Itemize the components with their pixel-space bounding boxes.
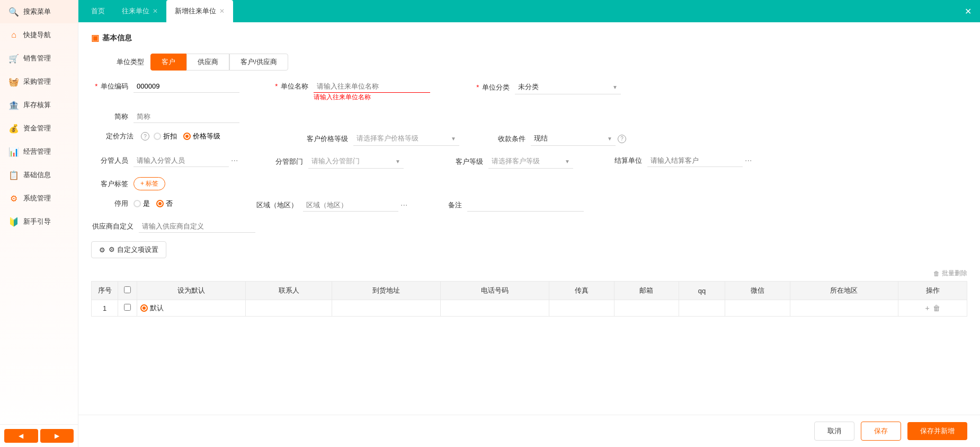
cell-default: 默认 <box>137 300 246 317</box>
content-area: ▣ 基本信息 单位类型 客户 供应商 客户/供应商 * 单位编码 * <box>78 22 980 415</box>
section-title: ▣ 基本信息 <box>91 33 967 43</box>
sidebar-item-purchase[interactable]: 🧺 采购管理 <box>0 70 78 93</box>
row-add-btn[interactable]: + <box>925 304 930 312</box>
tabbar-close-all[interactable]: ✕ <box>960 6 976 16</box>
add-tag-button[interactable]: + 标签 <box>133 177 165 190</box>
row-delete-btn[interactable]: 🗑 <box>933 304 940 312</box>
supplier-custom-input[interactable] <box>139 220 255 233</box>
form-row-6: 停用 是 否 区域（地区） ··· <box>91 199 967 212</box>
cancel-button[interactable]: 取消 <box>814 422 854 441</box>
tab-new-partner[interactable]: 新增往来单位 ✕ <box>166 0 233 22</box>
cell-phone <box>441 300 549 317</box>
col-ops: 操作 <box>898 282 967 300</box>
disabled-radio-group: 是 否 <box>133 199 173 208</box>
field-customer-level: 客户等级 请选择客户等级 ▼ <box>451 154 610 169</box>
sidebar-item-finance[interactable]: 💰 资金管理 <box>0 117 78 140</box>
sidebar-item-search[interactable]: 🔍 搜索菜单 <box>0 0 78 23</box>
cell-contact <box>245 300 332 317</box>
manager-more[interactable]: ··· <box>231 156 238 165</box>
manager-input[interactable] <box>133 154 229 167</box>
payment-terms-select[interactable]: 现结 ▼ <box>531 132 616 146</box>
customer-price-level-arrow: ▼ <box>451 136 456 142</box>
unit-code-input[interactable] <box>133 80 239 93</box>
cell-seq: 1 <box>92 300 118 317</box>
field-region: 区域（地区） ··· <box>250 199 441 212</box>
sidebar-item-basic[interactable]: 📋 基础信息 <box>0 163 78 187</box>
disabled-radio-yes[interactable]: 是 <box>133 199 150 208</box>
unit-name-error: 请输入往来单位名称 <box>314 93 371 101</box>
sidebar-bottom: ◀ ▶ <box>0 424 78 447</box>
operations-icon: 📊 <box>8 146 19 157</box>
sidebar: 🔍 搜索菜单 ⌂ 快捷导航 🛒 销售管理 🧺 采购管理 🏦 库存核算 💰 资金管… <box>0 0 78 447</box>
pricing-radio-level-circle <box>183 133 191 140</box>
disabled-radio-no[interactable]: 否 <box>156 199 173 208</box>
field-payment-terms: 收款条件 现结 ▼ ? <box>488 132 674 146</box>
tab-partners[interactable]: 往来单位 ✕ <box>113 0 166 22</box>
pricing-radio-discount[interactable]: 折扣 <box>154 132 177 141</box>
unit-type-both[interactable]: 客户/供应商 <box>229 54 288 71</box>
remark-input[interactable] <box>467 199 584 212</box>
delete-icon: 🗑 <box>933 270 940 277</box>
save-button[interactable]: 保存 <box>861 422 901 441</box>
customer-price-level-select[interactable]: 请选择客户价格等级 ▼ <box>353 132 459 146</box>
short-name-input[interactable] <box>133 110 239 123</box>
sidebar-next-btn[interactable]: ▶ <box>40 429 74 443</box>
system-icon: ⚙ <box>8 193 19 204</box>
field-department: 分管部门 请输入分管部门 ▼ <box>271 154 451 169</box>
sidebar-item-operations[interactable]: 📊 经营管理 <box>0 140 78 163</box>
col-fax: 传真 <box>549 282 614 300</box>
col-address: 到货地址 <box>332 282 441 300</box>
customer-level-select[interactable]: 请选择客户等级 ▼ <box>488 154 573 169</box>
disabled-no-circle <box>156 200 164 207</box>
settlement-unit-input[interactable] <box>647 154 743 167</box>
sidebar-item-quicknav[interactable]: ⌂ 快捷导航 <box>0 23 78 47</box>
unit-type-supplier[interactable]: 供应商 <box>186 54 229 71</box>
department-select[interactable]: 请输入分管部门 ▼ <box>308 154 404 169</box>
region-more[interactable]: ··· <box>400 200 407 210</box>
batch-delete-btn[interactable]: 🗑 批量删除 <box>933 269 967 278</box>
col-region: 所在地区 <box>790 282 898 300</box>
payment-terms-arrow: ▼ <box>607 136 612 142</box>
contact-table: 序号 设为默认 联系人 到货地址 电话号码 传真 邮箱 qq 微信 所在地区 <box>91 281 967 317</box>
unit-category-arrow: ▼ <box>612 84 618 90</box>
form-row-1: * 单位编码 * 单位名称 请输入往来单位名称 <box>91 80 967 102</box>
save-add-button[interactable]: 保存并新增 <box>907 422 967 440</box>
sidebar-item-system[interactable]: ⚙ 系统管理 <box>0 187 78 210</box>
unit-type-label: 单位类型 <box>91 57 144 67</box>
search-icon: 🔍 <box>8 6 19 17</box>
table-select-all[interactable] <box>124 286 131 293</box>
pricing-radio-group: 折扣 价格等级 <box>154 132 220 141</box>
unit-category-select[interactable]: 未分类 ▼ <box>515 80 621 94</box>
tab-partners-close[interactable]: ✕ <box>153 7 158 15</box>
section-icon: ▣ <box>91 33 99 43</box>
sidebar-item-sales[interactable]: 🛒 销售管理 <box>0 47 78 70</box>
pricing-radio-discount-circle <box>154 133 161 140</box>
unit-name-input[interactable] <box>314 80 430 93</box>
settlement-unit-more[interactable]: ··· <box>745 156 752 165</box>
row-default-radio[interactable]: 默认 <box>140 303 242 313</box>
basic-icon: 📋 <box>8 170 19 180</box>
main-area: 首页 往来单位 ✕ 新增往来单位 ✕ ✕ ▣ 基本信息 单位类型 客户 供应商 … <box>78 0 980 447</box>
customer-level-arrow: ▼ <box>565 159 570 164</box>
custom-settings-icon: ⚙ <box>99 246 105 254</box>
home-icon: ⌂ <box>8 30 19 40</box>
form-row-3: 定价方法 ? 折扣 价格等级 客户价格等级 <box>91 132 967 146</box>
region-input[interactable] <box>303 199 398 212</box>
sidebar-item-inventory[interactable]: 🏦 库存核算 <box>0 93 78 117</box>
col-checkbox <box>118 282 137 300</box>
pricing-radio-level[interactable]: 价格等级 <box>183 132 220 141</box>
col-default: 设为默认 <box>137 282 246 300</box>
payment-terms-tooltip[interactable]: ? <box>618 135 626 143</box>
sidebar-item-guide[interactable]: 🔰 新手引导 <box>0 210 78 233</box>
tab-new-partner-close[interactable]: ✕ <box>219 7 225 15</box>
cell-wechat <box>725 300 790 317</box>
sidebar-prev-btn[interactable]: ◀ <box>4 429 38 443</box>
unit-type-customer[interactable]: 客户 <box>150 54 186 71</box>
row-checkbox[interactable] <box>124 304 131 311</box>
form-row-4: 分管人员 ··· 分管部门 请输入分管部门 ▼ 客户等级 请选择客 <box>91 154 967 169</box>
field-disabled: 停用 是 否 <box>91 199 250 208</box>
custom-settings-button[interactable]: ⚙ ⚙ 自定义项设置 <box>91 241 166 258</box>
cell-ops: + 🗑 <box>898 300 967 317</box>
pricing-tooltip[interactable]: ? <box>141 132 149 141</box>
tab-home[interactable]: 首页 <box>83 0 113 22</box>
